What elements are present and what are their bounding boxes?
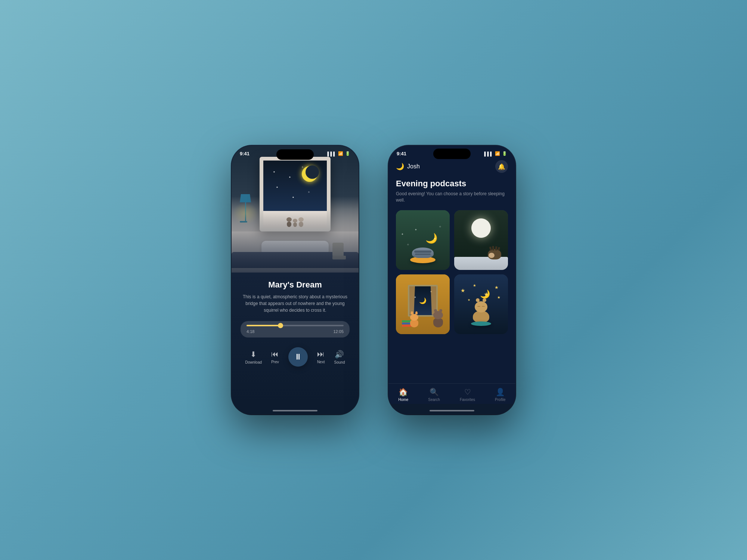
progress-fill <box>247 325 280 326</box>
dynamic-island-right <box>433 149 471 159</box>
prev-icon: ⏮ <box>271 350 279 358</box>
user-header: 🌙 Josh 🔔 <box>396 159 508 173</box>
sound-label: Sound <box>334 360 345 364</box>
status-bar-left: 9:41 ▌▌▌ 📶 🔋 <box>232 146 359 159</box>
progress-total: 12:05 <box>333 329 344 334</box>
user-greeting: 🌙 Josh <box>396 162 420 171</box>
signal-icon: ▌▌▌ <box>328 152 336 156</box>
progress-track[interactable] <box>247 325 344 326</box>
home-indicator-right <box>388 404 515 414</box>
section-subtitle: Good evening! You can choose a story bef… <box>396 191 508 203</box>
category-grid: 🌙 Night story 🌙 ✦ ✧ ✦ ✦ ✧ <box>396 210 508 334</box>
player-phone: 9:41 ▌▌▌ 📶 🔋 <box>232 146 359 414</box>
battery-icon-r: 🔋 <box>502 151 507 156</box>
next-button[interactable]: ⏭ Next <box>317 350 325 364</box>
podcast-content: 🌙 Josh 🔔 Evening podcasts Good evening! … <box>388 159 515 383</box>
scene-overlay <box>232 146 359 273</box>
player-info: Mary's Dream This is a quiet, atmospheri… <box>232 273 359 404</box>
play-pause-button[interactable]: ⏸ <box>288 347 308 367</box>
nav-profile[interactable]: 👤 Profile <box>495 388 505 402</box>
nav-favorites[interactable]: ♡ Favorites <box>460 388 475 402</box>
category-card-dreams[interactable]: 🌙 Dreams ★ ★ ★ ★ ★ ★ <box>454 274 508 334</box>
nav-search[interactable]: 🔍 Search <box>428 388 440 402</box>
bell-icon-symbol: 🔔 <box>498 163 505 170</box>
phones-container: 9:41 ▌▌▌ 📶 🔋 <box>232 146 515 414</box>
player-title: Mary's Dream <box>241 280 350 290</box>
category-card-fairytale[interactable]: 🌅 Fairytale <box>454 210 508 270</box>
bottom-nav: 🏠 Home 🔍 Search ♡ Favorites 👤 Profile <box>388 383 515 404</box>
playback-controls: ⬇ Download ⏮ Prev ⏸ ⏭ Next � <box>241 343 350 370</box>
status-bar-right: 9:41 ▌▌▌ 📶 🔋 <box>388 146 515 159</box>
next-icon: ⏭ <box>317 350 325 358</box>
next-label: Next <box>317 360 325 364</box>
profile-icon: 👤 <box>496 388 505 396</box>
nav-home[interactable]: 🏠 Home <box>399 388 409 402</box>
podcast-phone: 9:41 ▌▌▌ 📶 🔋 🌙 Josh 🔔 <box>388 146 515 414</box>
status-icons-left: ▌▌▌ 📶 🔋 <box>328 151 350 156</box>
home-indicator-left <box>232 404 359 414</box>
prev-button[interactable]: ⏮ Prev <box>271 350 279 364</box>
moon-greeting-icon: 🌙 <box>396 162 404 171</box>
sound-icon: 🔊 <box>335 350 344 359</box>
section-title: Evening podcasts <box>396 179 508 189</box>
search-label: Search <box>428 398 440 402</box>
home-bar-right <box>430 410 474 411</box>
progress-current: 4:18 <box>247 329 254 334</box>
sound-button[interactable]: 🔊 Sound <box>334 350 345 364</box>
wifi-icon: 📶 <box>338 151 343 156</box>
player-hero-scene: ✦ ✦ ✧ ✦ ✧ ✦ <box>232 146 359 273</box>
status-time-left: 9:41 <box>240 151 249 156</box>
notification-button[interactable]: 🔔 <box>495 160 508 173</box>
battery-icon: 🔋 <box>345 151 350 156</box>
download-label: Download <box>245 360 262 364</box>
user-name: Josh <box>407 163 420 170</box>
home-label: Home <box>399 398 409 402</box>
favorites-icon: ♡ <box>464 388 471 396</box>
play-pause-icon: ⏸ <box>294 352 302 362</box>
download-icon: ⬇ <box>250 350 257 359</box>
favorites-label: Favorites <box>460 398 475 402</box>
signal-icon-r: ▌▌▌ <box>484 152 493 156</box>
home-bar-left <box>273 410 317 411</box>
prev-label: Prev <box>271 360 279 364</box>
progress-thumb[interactable] <box>278 323 283 328</box>
category-card-friends[interactable]: 🐾 Friends 🌙 ✦ ✦ <box>396 274 450 334</box>
category-card-night-story[interactable]: 🌙 Night story 🌙 ✦ ✧ ✦ ✦ ✧ <box>396 210 450 270</box>
profile-label: Profile <box>495 398 505 402</box>
status-icons-right: ▌▌▌ 📶 🔋 <box>484 151 507 156</box>
progress-container[interactable]: 4:18 12:05 <box>241 321 350 337</box>
home-icon: 🏠 <box>399 388 408 396</box>
status-time-right: 9:41 <box>397 151 406 156</box>
wifi-icon-r: 📶 <box>495 151 500 156</box>
player-description: This is a quiet, atmospheric story about… <box>241 293 350 314</box>
dynamic-island-left <box>276 149 314 160</box>
search-icon: 🔍 <box>430 388 439 396</box>
progress-times: 4:18 12:05 <box>247 329 344 334</box>
download-button[interactable]: ⬇ Download <box>245 350 262 364</box>
